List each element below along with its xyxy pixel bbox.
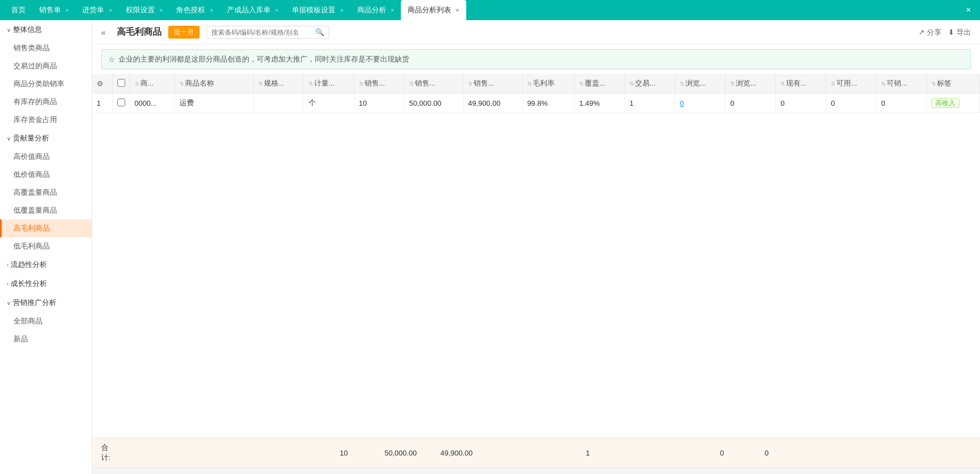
nav-tab-home[interactable]: 首页 (4, 0, 32, 20)
table-container[interactable]: ⚙ ⇅商... ⇅商品名称 ⇅规格... ⇅计量... ⇅销售... ⇅销售..… (92, 74, 980, 438)
col-available[interactable]: ⇅可用... (826, 74, 877, 93)
row-checkbox[interactable] (117, 98, 125, 106)
sidebar-item-traded-goods[interactable]: 交易过的商品 (0, 57, 92, 75)
col-spec[interactable]: ⇅规格... (253, 74, 304, 93)
sidebar-item-low-margin[interactable]: 低毛利商品 (0, 237, 92, 255)
col-name[interactable]: ⇅商品名称 (174, 74, 253, 93)
sidebar-item-new-goods[interactable]: 新品 (0, 330, 92, 348)
col-sales-qty[interactable]: ⇅销售... (354, 74, 404, 93)
col-tag-label: 标签 (937, 79, 951, 87)
sidebar-item-sales-goods[interactable]: 销售类商品 (0, 39, 92, 57)
sidebar-item-high-coverage-label: 高覆盖量商品 (13, 188, 57, 196)
col-sales-net[interactable]: ⇅销售... (463, 74, 523, 93)
nav-tab-permission-label: 权限设置 (126, 5, 155, 15)
select-all-checkbox[interactable] (117, 79, 125, 87)
sort-icon-saleable: ⇅ (881, 81, 886, 87)
page-title: 高毛利商品 (117, 26, 162, 38)
sidebar: ∨ 整体信息 销售类商品 交易过的商品 商品分类助销率 有库存的商品 库存资金占… (0, 20, 92, 474)
col-settings[interactable]: ⚙ (92, 74, 112, 93)
sidebar-group-growth[interactable]: › 成长性分析 (0, 274, 92, 293)
sidebar-item-high-margin[interactable]: 高毛利商品 (0, 219, 92, 237)
nav-tab-role-close[interactable]: × (210, 7, 213, 13)
sort-icon-browse2: ⇅ (730, 81, 735, 87)
nav-tab-purchase-label: 进货单 (82, 5, 104, 15)
sidebar-item-in-stock[interactable]: 有库存的商品 (0, 93, 92, 111)
nav-tab-template-close[interactable]: × (340, 7, 343, 13)
sort-icon-gross-margin: ⇅ (527, 81, 532, 87)
nav-tab-role[interactable]: 角色授权 × (169, 0, 220, 20)
sidebar-group-contribution[interactable]: ∨ 贡献量分析 (0, 129, 92, 148)
share-icon: ↗ (919, 28, 925, 36)
table-footer: 合计: 10 50,000.00 49,900.00 1 0 0 (92, 438, 980, 467)
collapse-sidebar-button[interactable]: « (101, 28, 106, 37)
growth-arrow-icon: › (7, 281, 8, 287)
row-spec (253, 93, 304, 113)
nav-tab-analysis-list[interactable]: 商品分析列表 × (401, 0, 466, 20)
col-gross-margin[interactable]: ⇅毛利率 (522, 74, 574, 93)
nav-tab-permission[interactable]: 权限设置 × (119, 0, 169, 20)
col-browse2[interactable]: ⇅浏览... (726, 74, 776, 93)
settings-icon[interactable]: ⚙ (97, 79, 103, 88)
nav-tab-analysis-list-close[interactable]: × (456, 7, 459, 13)
filter-month-button[interactable]: 近一月 (168, 26, 200, 39)
nav-tab-analysis-list-label: 商品分析列表 (408, 5, 451, 15)
col-coverage[interactable]: ⇅覆盖... (574, 74, 624, 93)
nav-tab-purchase-close[interactable]: × (108, 7, 112, 13)
nav-tab-inventory[interactable]: 产成品入库单 × (220, 0, 285, 20)
search-icon[interactable]: 🔍 (315, 28, 324, 36)
nav-tab-sales[interactable]: 销售单 × (32, 0, 75, 20)
nav-tab-permission-close[interactable]: × (159, 7, 163, 13)
col-unit[interactable]: ⇅计量... (304, 74, 354, 93)
export-button[interactable]: ⬇ 导出 (948, 27, 971, 37)
sidebar-group-marketing[interactable]: ∨ 营销推广分析 (0, 293, 92, 312)
sidebar-item-low-value-label: 低价值商品 (13, 170, 50, 179)
sidebar-item-category-rate[interactable]: 商品分类助销率 (0, 75, 92, 93)
col-saleable[interactable]: ⇅可销... (877, 74, 927, 93)
sidebar-item-low-coverage[interactable]: 低覆盖量商品 (0, 201, 92, 219)
sidebar-item-all-goods[interactable]: 全部商品 (0, 312, 92, 330)
sidebar-item-new-goods-label: 新品 (13, 335, 28, 343)
sidebar-item-stock-capital[interactable]: 库存资金占用 (0, 111, 92, 129)
row-name: 运费 (174, 93, 253, 113)
search-box[interactable]: 🔍 (206, 26, 329, 39)
sidebar-item-traded-goods-label: 交易过的商品 (13, 62, 57, 70)
sidebar-item-all-goods-label: 全部商品 (13, 317, 42, 325)
col-sales-amount[interactable]: ⇅销售... (404, 74, 463, 93)
row-browse1[interactable]: 0 (675, 93, 726, 113)
nav-tab-analysis-close[interactable]: × (391, 7, 394, 13)
share-button[interactable]: ↗ 分享 (919, 27, 941, 37)
info-banner-text: 企业的主要的利润都是这部分商品创造的，可考虑加大推广，同时关注库存是不要出现缺货 (119, 54, 409, 64)
row-browse1-link[interactable]: 0 (680, 99, 684, 107)
horizontal-scrollbar[interactable] (92, 467, 980, 474)
col-browse1-label: 浏览... (685, 79, 706, 87)
footer-available: 0 (760, 449, 805, 457)
col-gross-margin-label: 毛利率 (533, 79, 555, 87)
sort-icon-available: ⇅ (831, 81, 835, 87)
sort-icon-unit: ⇅ (309, 81, 313, 87)
footer-sales-net: 49,900.00 (436, 449, 492, 457)
nav-tab-sales-close[interactable]: × (65, 7, 69, 13)
col-code[interactable]: ⇅商... (130, 74, 174, 93)
col-tag[interactable]: ⇅标签 (927, 74, 980, 93)
col-trade[interactable]: ⇅交易... (625, 74, 675, 93)
nav-tab-analysis[interactable]: 商品分析 × (351, 0, 401, 20)
row-code: 0000... (130, 93, 174, 113)
col-browse1[interactable]: ⇅浏览... (675, 74, 726, 93)
close-all-button[interactable]: × (962, 5, 976, 15)
sidebar-group-overall[interactable]: ∨ 整体信息 (0, 20, 92, 39)
nav-tab-purchase[interactable]: 进货单 × (75, 0, 119, 20)
sidebar-item-high-value[interactable]: 高价值商品 (0, 148, 92, 166)
row-checkbox-cell (112, 93, 130, 113)
sidebar-group-flow[interactable]: › 流趋性分析 (0, 255, 92, 274)
nav-tab-template-label: 单据模板设置 (292, 5, 335, 15)
search-input[interactable] (211, 29, 315, 36)
sidebar-item-high-coverage[interactable]: 高覆盖量商品 (0, 184, 92, 201)
sidebar-item-low-value[interactable]: 低价值商品 (0, 166, 92, 184)
nav-tab-template[interactable]: 单据模板设置 × (285, 0, 350, 20)
col-current-stock[interactable]: ⇅现有... (776, 74, 826, 93)
sidebar-item-high-value-label: 高价值商品 (13, 152, 50, 161)
sidebar-item-category-rate-label: 商品分类助销率 (13, 79, 64, 88)
nav-tab-inventory-close[interactable]: × (275, 7, 278, 13)
contribution-arrow-icon: ∨ (7, 135, 11, 142)
sidebar-item-in-stock-label: 有库存的商品 (13, 97, 57, 106)
